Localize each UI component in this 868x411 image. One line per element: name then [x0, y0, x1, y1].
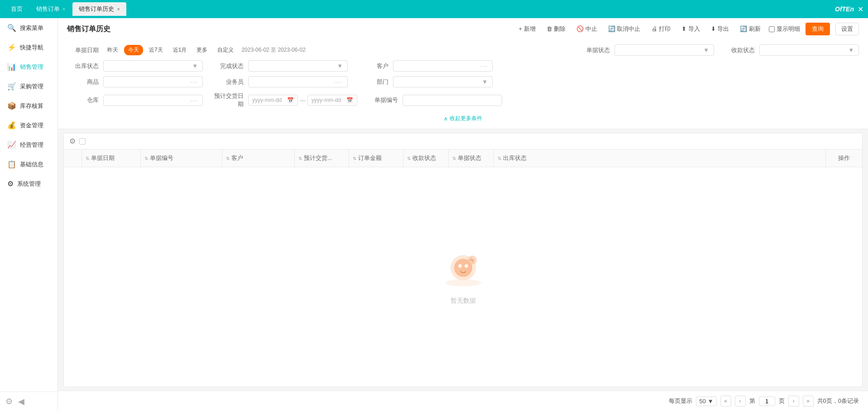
close-window-button[interactable]: ✕ [858, 5, 863, 14]
cancel-stop-button[interactable]: 🔄 取消中止 [605, 23, 643, 35]
doc-status-select[interactable]: ▼ [614, 44, 714, 56]
sort-icon-docno[interactable]: ⇅ [144, 156, 148, 161]
sidebar-item-operations[interactable]: 📈 经营管理 [0, 135, 58, 155]
sort-icon-customer[interactable]: ⇅ [226, 156, 230, 161]
page-header-top: 销售订单历史 + 新增 🗑 删除 🚫 中止 🔄 取消中止 🖨 打印 ⬆ 导入 ⬇… [67, 23, 859, 35]
warehouse-select[interactable]: ··· [103, 95, 203, 106]
date-btn-yesterday[interactable]: 昨天 [103, 45, 122, 55]
delivery-date-label: 预计交货日期 [212, 92, 248, 108]
tab-bar: 首页销售订单 ×销售订单历史 × [5, 2, 835, 16]
grid-col-outbound: ⇅ 出库状态 [494, 150, 826, 167]
sidebar-item-search-menu[interactable]: 🔍 搜索菜单 [0, 18, 58, 38]
date-btn-custom[interactable]: 自定义 [213, 45, 238, 55]
product-select[interactable]: ··· [103, 76, 203, 87]
department-label: 部门 [357, 78, 393, 86]
tab-close-sales-order-history[interactable]: × [117, 6, 120, 12]
date-filter-btns: 昨天 今天 近7天 近1月 更多 自定义 [103, 45, 238, 55]
tab-close-sales-order[interactable]: × [62, 6, 65, 12]
product-dots: ··· [190, 78, 198, 85]
tab-home[interactable]: 首页 [5, 2, 29, 16]
payment-status-select[interactable]: ▼ [759, 44, 859, 56]
sidebar-icon-sales-mgmt: 📊 [7, 63, 16, 71]
sort-icon-outbound[interactable]: ⇅ [498, 156, 501, 161]
sort-icon-amount[interactable]: ⇅ [353, 156, 356, 161]
grid-select-all-checkbox[interactable] [79, 138, 86, 145]
salesperson-select[interactable]: ··· [248, 76, 348, 87]
complete-status-select[interactable]: ▼ [248, 60, 348, 72]
grid-col-date: ⇅ 单据日期 [82, 150, 141, 167]
settings-icon[interactable]: ⚙ [5, 396, 13, 406]
delivery-date-range: yyyy-mm-dd 📅 — yyyy-mm-dd 📅 [248, 95, 357, 106]
sidebar-label-operations: 经营管理 [20, 141, 43, 149]
content-area: 销售订单历史 + 新增 🗑 删除 🚫 中止 🔄 取消中止 🖨 打印 ⬆ 导入 ⬇… [58, 18, 868, 411]
salesperson-label: 业务员 [212, 78, 248, 86]
page-number-input[interactable] [759, 396, 775, 406]
show-detail-checkbox[interactable] [769, 26, 775, 32]
doc-date-label: 单据日期 [67, 46, 103, 54]
delete-button[interactable]: 🗑 删除 [544, 23, 569, 35]
sidebar-item-quick-nav[interactable]: ⚡ 快捷导航 [0, 38, 58, 57]
stop-button[interactable]: 🚫 中止 [574, 23, 600, 35]
grid-col-payment: ⇅ 收款状态 [403, 150, 449, 167]
export-button[interactable]: ⬇ 导出 [708, 23, 732, 35]
per-page-label: 每页显示 [669, 397, 692, 405]
new-button[interactable]: + 新增 [516, 23, 538, 35]
outbound-status-label: 出库状态 [67, 62, 103, 70]
grid-col-delivery: ⇅ 预计交货... [295, 150, 349, 167]
sidebar-label-purchase-mgmt: 采购管理 [20, 82, 43, 91]
empty-text: 暂无数据 [451, 297, 476, 305]
tab-sales-order-history[interactable]: 销售订单历史 × [72, 2, 126, 16]
sidebar-item-sales-mgmt[interactable]: 📊 销售管理 [0, 57, 58, 77]
refresh-button[interactable]: 🔄 刷新 [737, 23, 763, 35]
date-btn-1month[interactable]: 近1月 [169, 45, 191, 55]
top-bar: 首页销售订单 ×销售订单历史 × OfTEn ✕ [0, 0, 868, 18]
settings-button[interactable]: 设置 [835, 23, 859, 35]
grid-settings-icon[interactable]: ⚙ [69, 137, 76, 145]
customer-select[interactable]: ··· [393, 60, 493, 72]
warehouse-dots: ··· [190, 97, 198, 104]
tab-sales-order[interactable]: 销售订单 × [30, 2, 72, 16]
grid-topbar: ⚙ [64, 133, 862, 150]
first-page-button[interactable]: « [720, 396, 731, 406]
sidebar-item-system-mgmt[interactable]: ⚙ 系统管理 [0, 174, 58, 193]
print-button[interactable]: 🖨 打印 [649, 23, 674, 35]
filter-row-2: 出库状态 ▼ 完成状态 ▼ 客户 ··· [67, 60, 859, 72]
sidebar-bottom: ⚙ ◀ [0, 392, 58, 411]
import-button[interactable]: ⬆ 导入 [679, 23, 703, 35]
per-page-select[interactable]: 50 ▼ [696, 396, 716, 406]
grid-col-check [64, 150, 82, 167]
outbound-status-select[interactable]: ▼ [103, 60, 203, 72]
sort-icon-date[interactable]: ⇅ [86, 156, 89, 161]
date-range-text: 2023-06-02 至 2023-06-02 [241, 46, 305, 54]
sidebar-item-inventory[interactable]: 📦 库存核算 [0, 96, 58, 116]
sidebar-item-purchase-mgmt[interactable]: 🛒 采购管理 [0, 77, 58, 96]
grid-col-amount: ⇅ 订单金额 [349, 150, 403, 167]
warehouse-label: 仓库 [67, 96, 103, 104]
prev-page-button[interactable]: ‹ [735, 396, 746, 406]
calendar-icon-to: 📅 [346, 97, 353, 103]
sort-icon-payment[interactable]: ⇅ [407, 156, 411, 161]
sort-icon-delivery[interactable]: ⇅ [298, 156, 302, 161]
next-page-button[interactable]: › [788, 396, 799, 406]
date-btn-7days[interactable]: 近7天 [145, 45, 167, 55]
delivery-date-to[interactable]: yyyy-mm-dd 📅 [307, 95, 357, 106]
grid-header: ⇅ 单据日期 ⇅ 单据编号 ⇅ 客户 ⇅ 预计交货... ⇅ 订单金额 [64, 150, 862, 167]
total-info: 共0页，0条记录 [817, 397, 859, 405]
sidebar-item-finance[interactable]: 💰 资金管理 [0, 116, 58, 135]
date-btn-today[interactable]: 今天 [124, 45, 143, 55]
department-select[interactable]: ▼ [393, 76, 493, 87]
date-btn-more[interactable]: 更多 [192, 45, 211, 55]
date-separator: — [300, 97, 306, 104]
last-page-button[interactable]: » [803, 396, 814, 406]
toolbar: + 新增 🗑 删除 🚫 中止 🔄 取消中止 🖨 打印 ⬆ 导入 ⬇ 导出 🔄 刷… [516, 23, 859, 35]
collapse-row[interactable]: ∧ 收起更多条件 [67, 113, 859, 124]
show-detail-checkbox-label[interactable]: 显示明细 [769, 25, 800, 33]
query-button[interactable]: 查询 [806, 23, 830, 35]
page-title: 销售订单历史 [67, 24, 110, 34]
collapse-sidebar-icon[interactable]: ◀ [18, 396, 24, 406]
filter-row-3: 商品 ··· 业务员 ··· 部门 ▼ [67, 76, 859, 87]
delivery-date-from[interactable]: yyyy-mm-dd 📅 [248, 95, 298, 106]
doc-number-input[interactable] [403, 95, 502, 106]
sort-icon-status[interactable]: ⇅ [452, 156, 456, 161]
sidebar-item-basic-info[interactable]: 📋 基础信息 [0, 155, 58, 174]
